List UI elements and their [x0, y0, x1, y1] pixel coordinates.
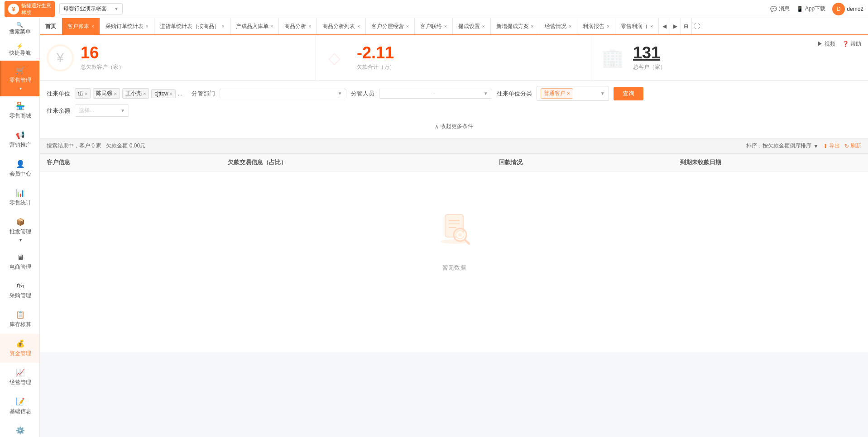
amount-arrow-icon: ▼ [120, 108, 125, 113]
sidebar-item-wholesale[interactable]: 📦 批发管理 ▾ [0, 212, 39, 248]
sort-label: 排序：按欠款金额倒序排序 [746, 142, 811, 150]
video-help-area: ▶ 视频 ❓ 帮助 [817, 40, 861, 48]
tab-new-improve-plan[interactable]: 新增提成方案 × [491, 18, 540, 35]
sidebar-item-marketing[interactable]: 📢 营销推广 [0, 125, 39, 154]
tab-close-purchase[interactable]: × [146, 24, 149, 29]
filter-tag-0: 伍 × [75, 88, 91, 99]
sidebar-item-finance[interactable]: 💰 资金管理 [0, 334, 39, 363]
collapse-button[interactable]: ∧ 收起更多条件 [432, 120, 475, 133]
tab-customer-account[interactable]: 客户账本 × [62, 18, 100, 35]
people-more-icon: ··· [431, 91, 435, 96]
remove-tag-0[interactable]: × [85, 91, 87, 96]
help-button[interactable]: ❓ 帮助 [842, 40, 861, 48]
tab-close-tier[interactable]: × [406, 24, 409, 29]
unit-type-select[interactable]: 普通客户 × ▼ [537, 86, 609, 101]
finance-icon: 💰 [16, 339, 25, 348]
people-select[interactable]: ··· ▼ [379, 89, 492, 99]
user-profile[interactable]: D demo2 [832, 3, 863, 15]
tab-close-retail-profit[interactable]: × [650, 24, 653, 29]
tab-customer-tier[interactable]: 客户分层经营 × [366, 18, 415, 35]
tab-incoming-stats[interactable]: 进货单统计表（按商品） × [154, 18, 230, 35]
results-summary: 搜索结果中，客户 0 家 欠款金额 0.00元 [47, 142, 145, 150]
tab-close-analysis[interactable]: × [308, 24, 311, 29]
remove-type-tag[interactable]: × [567, 90, 570, 97]
export-button[interactable]: ⬆ 导出 [823, 142, 840, 150]
tab-profit-report[interactable]: 利润报告 × [577, 18, 615, 35]
tab-close-product[interactable]: × [271, 24, 273, 29]
ecommerce-icon: 🖥 [17, 253, 24, 261]
stat-content-2: -2.11 欠款合计（万） [357, 45, 395, 71]
tab-close-incoming[interactable]: × [222, 24, 225, 29]
tab-product-analysis[interactable]: 商品分析 × [279, 18, 317, 35]
refresh-button[interactable]: ↻ 刷新 [844, 142, 861, 150]
table-col-payback: 回款情况 [499, 158, 680, 166]
search-menu-button[interactable]: 🔍 搜索菜单 [0, 18, 39, 39]
operation-icon: 📈 [16, 368, 25, 377]
tab-customer-contact[interactable]: 客户联络 × [415, 18, 453, 35]
query-button[interactable]: 查询 [614, 87, 643, 100]
video-button[interactable]: ▶ 视频 [817, 40, 835, 48]
filter-more-button[interactable]: ... [178, 90, 182, 97]
tab-close-new-improve[interactable]: × [531, 24, 534, 29]
department-select[interactable]: ▼ [220, 89, 346, 98]
remove-tag-3[interactable]: × [169, 91, 172, 96]
remove-tag-2[interactable]: × [143, 91, 146, 96]
department-arrow-icon: ▼ [338, 91, 342, 96]
table-body: 暂无数据 [40, 171, 868, 352]
tab-operation-status[interactable]: 经营情况 × [539, 18, 577, 35]
building-bg-icon: 🏢 [599, 44, 626, 71]
sidebar-item-basic[interactable]: 📝 基础信息 [0, 392, 39, 421]
inventory-icon: 📋 [16, 310, 25, 319]
tab-purchase-order-stats[interactable]: 采购订单统计表 × [100, 18, 154, 35]
empty-state: 暂无数据 [40, 171, 868, 308]
tab-product-incoming[interactable]: 产成品入库单 × [230, 18, 279, 35]
tab-close-operation[interactable]: × [569, 24, 571, 29]
tab-fullscreen[interactable]: ⛶ [691, 18, 702, 35]
tab-product-analysis-list[interactable]: 商品分析列表 × [317, 18, 366, 35]
tab-home[interactable]: 首页 [40, 18, 62, 35]
tab-improve-settings[interactable]: 提成设置 × [453, 18, 491, 35]
sidebar-item-member[interactable]: 👤 会员中心 [0, 154, 39, 183]
main-layout: 🔍 搜索菜单 ⚡ 快捷导航 🛒 零售管理 ▾ 🏪 零售商城 📢 营销推广 👤 会… [0, 18, 868, 437]
sidebar-item-operation[interactable]: 📈 经营管理 [0, 363, 39, 392]
tab-close-analysis-list[interactable]: × [357, 24, 360, 29]
tab-nav-right[interactable]: ▶ [670, 18, 681, 35]
department-filter-label: 分管部门 [192, 90, 215, 98]
sidebar-item-retail-mall[interactable]: 🏪 零售商城 [0, 96, 39, 125]
tag-label-2: 王小亮 [125, 90, 142, 97]
sidebar-item-ecommerce[interactable]: 🖥 电商管理 [0, 248, 39, 276]
app-download-button[interactable]: 📱 App下载 [796, 5, 825, 13]
filter-area: 往来单位 伍 × 陈民强 × 王小亮 × [40, 81, 868, 138]
store-selector[interactable]: 母婴行业演示帐套 ▼ [59, 3, 123, 14]
store-dropdown-icon: ▼ [114, 6, 119, 11]
quick-nav-button[interactable]: ⚡ 快捷导航 [0, 39, 39, 61]
tab-retail-profit[interactable]: 零售利润（ × [615, 18, 659, 35]
remove-tag-1[interactable]: × [114, 91, 116, 96]
stat-content-3: 131 总客户（家） [633, 45, 666, 71]
avatar: D [832, 3, 845, 15]
collapse-label: 收起更多条件 [441, 123, 473, 130]
tab-nav-left[interactable]: ◀ [659, 18, 670, 35]
top-right: 💬 消息 📱 App下载 D demo2 [770, 3, 863, 15]
tab-close-improve[interactable]: × [482, 24, 485, 29]
sidebar-item-system[interactable]: ⚙️ 系统管理 [0, 421, 39, 437]
sidebar-item-inventory[interactable]: 📋 库存核算 [0, 305, 39, 334]
results-right: 排序：按欠款金额倒序排序 ▼ ⬆ 导出 ↻ 刷新 [746, 142, 861, 150]
stat-value-debt: -2.11 [357, 45, 395, 61]
sort-button[interactable]: 排序：按欠款金额倒序排序 ▼ [746, 142, 819, 150]
tab-close-contact[interactable]: × [444, 24, 447, 29]
tag-label-0: 伍 [78, 90, 83, 97]
amount-select[interactable]: 选择... ▼ [75, 104, 129, 117]
message-button[interactable]: 💬 消息 [770, 5, 790, 13]
tab-close-profit[interactable]: × [607, 24, 609, 29]
tab-expand[interactable]: ⊟ [681, 18, 691, 35]
tab-close-customer-account[interactable]: × [91, 24, 94, 29]
svg-point-8 [458, 233, 462, 237]
unit-filter-label: 往来单位 [47, 90, 70, 98]
sidebar-item-retail[interactable]: 🛒 零售管理 ▾ [0, 61, 39, 96]
message-icon: 💬 [770, 6, 777, 12]
sidebar-item-retail-stats[interactable]: 📊 零售统计 [0, 183, 39, 212]
sidebar-item-purchase[interactable]: 🛍 采购管理 [0, 276, 39, 305]
diamond-bg-icon: ◇ [323, 47, 345, 69]
table-header: 客户信息 欠款交易信息（占比） 回款情况 到期未收款日期 [40, 154, 868, 171]
